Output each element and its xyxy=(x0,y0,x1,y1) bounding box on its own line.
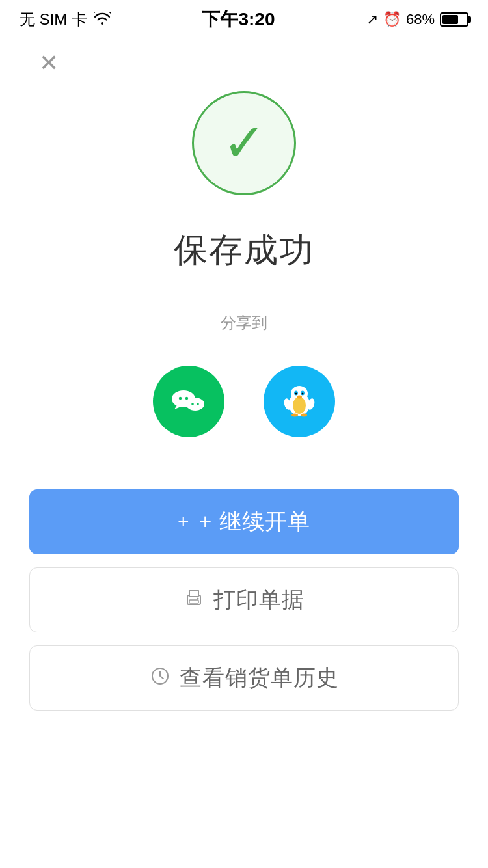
history-icon xyxy=(150,666,170,691)
share-label: 分享到 xyxy=(221,312,267,333)
print-label: 打印单据 xyxy=(213,585,305,615)
wechat-share-button[interactable] xyxy=(153,366,224,437)
svg-point-14 xyxy=(291,414,298,417)
wechat-icon xyxy=(168,381,210,422)
print-icon xyxy=(183,588,204,613)
history-button[interactable]: 查看销货单历史 xyxy=(29,645,459,711)
divider-right xyxy=(280,323,462,323)
svg-point-13 xyxy=(297,396,302,399)
svg-point-12 xyxy=(302,393,304,395)
status-indicators: ↗ ⏰ 68% xyxy=(366,11,468,28)
qq-share-button[interactable] xyxy=(264,366,335,437)
share-icons xyxy=(26,366,462,437)
battery-percent: 68% xyxy=(406,11,435,28)
continue-button[interactable]: + + 继续开单 xyxy=(29,489,459,554)
checkmark-icon: ✓ xyxy=(223,117,266,169)
close-icon: ✕ xyxy=(39,51,59,75)
alarm-icon: ⏰ xyxy=(383,11,401,28)
continue-label: + 继续开单 xyxy=(199,507,310,537)
print-button[interactable]: 打印单据 xyxy=(29,567,459,632)
success-title: 保存成功 xyxy=(174,228,314,273)
svg-point-3 xyxy=(185,397,188,400)
action-buttons: + + 继续开单 打印单据 查看销货单历 xyxy=(29,489,459,711)
qq-icon xyxy=(278,381,320,422)
status-time: 下午3:20 xyxy=(202,7,275,32)
svg-rect-20 xyxy=(189,600,198,603)
battery-icon xyxy=(440,12,468,27)
plus-icon: + xyxy=(178,511,190,533)
divider-left xyxy=(26,323,208,323)
svg-rect-19 xyxy=(189,590,198,597)
wifi-icon xyxy=(94,10,111,29)
svg-point-15 xyxy=(301,414,307,417)
svg-point-2 xyxy=(179,397,182,400)
svg-point-21 xyxy=(197,597,199,599)
status-carrier: 无 SIM 卡 xyxy=(20,9,111,30)
status-bar: 无 SIM 卡 下午3:20 ↗ ⏰ 68% xyxy=(0,0,488,39)
svg-point-1 xyxy=(186,398,204,411)
svg-point-4 xyxy=(191,403,194,405)
location-icon: ↗ xyxy=(366,11,378,28)
svg-point-5 xyxy=(197,403,199,405)
carrier-text: 无 SIM 卡 xyxy=(20,9,87,30)
success-circle: ✓ xyxy=(192,91,296,195)
svg-point-8 xyxy=(293,397,306,414)
svg-point-11 xyxy=(295,393,297,395)
close-button[interactable]: ✕ xyxy=(33,47,65,79)
history-label: 查看销货单历史 xyxy=(180,663,339,693)
share-section: 分享到 xyxy=(0,312,488,437)
main-content: ✓ 保存成功 分享到 xyxy=(0,39,488,711)
share-divider: 分享到 xyxy=(26,312,462,333)
